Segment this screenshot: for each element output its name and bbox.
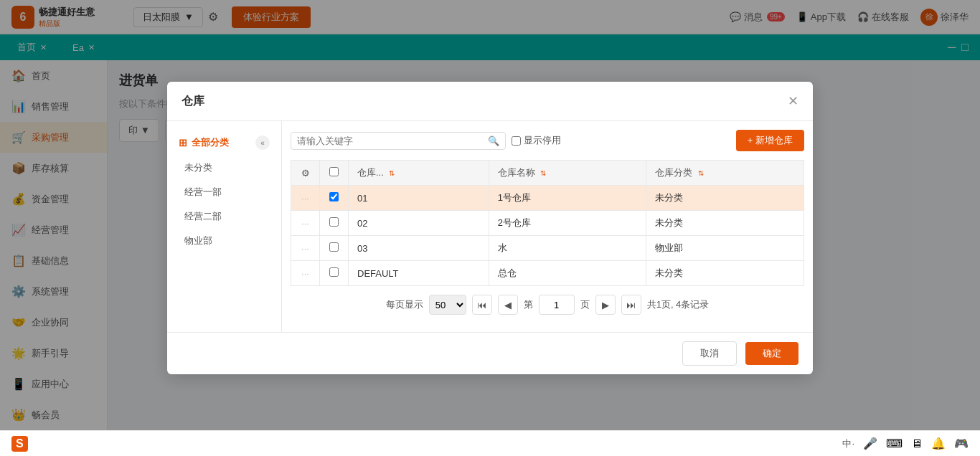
row-checkbox[interactable] bbox=[320, 186, 349, 211]
total-info: 共1页, 4条记录 bbox=[647, 298, 710, 311]
row-category: 未分类 bbox=[646, 261, 804, 286]
table-row[interactable]: ··· DEFAULT 总仓 未分类 bbox=[291, 261, 804, 286]
first-page-button[interactable]: ⏮ bbox=[472, 295, 492, 315]
row-name: 2号仓库 bbox=[489, 211, 646, 236]
category-unclassified[interactable]: 未分类 bbox=[167, 156, 281, 180]
category-all[interactable]: ⊞ 全部分类 « bbox=[167, 130, 281, 156]
category-property[interactable]: 物业部 bbox=[167, 229, 281, 253]
warehouse-table-wrap: ⚙ 仓库... ⇅ 仓库名称 ⇅ bbox=[291, 160, 804, 286]
warehouse-modal: 仓库 ✕ ⊞ 全部分类 « 未分类 经营一部 经营二部 物业部 bbox=[167, 82, 813, 374]
row-category: 未分类 bbox=[646, 186, 804, 211]
per-page-select[interactable]: 50 100 200 bbox=[429, 295, 466, 315]
th-name[interactable]: 仓库名称 ⇅ bbox=[489, 161, 646, 186]
add-warehouse-button[interactable]: + 新增仓库 bbox=[736, 130, 804, 151]
row-select-checkbox[interactable] bbox=[329, 217, 339, 227]
category-dept2[interactable]: 经营二部 bbox=[167, 204, 281, 229]
taskbar-game-icon[interactable]: 🎮 bbox=[954, 437, 969, 450]
taskbar-keyboard-icon[interactable]: ⌨ bbox=[886, 437, 903, 450]
row-index: 03 bbox=[349, 236, 489, 261]
row-checkbox[interactable] bbox=[320, 211, 349, 236]
taskbar-bell-icon[interactable]: 🔔 bbox=[931, 437, 946, 450]
taskbar: S 中· 🎤 ⌨ 🖥 🔔 🎮 bbox=[0, 430, 980, 456]
prev-page-button[interactable]: ◀ bbox=[498, 295, 518, 315]
row-checkbox[interactable] bbox=[320, 261, 349, 286]
modal-toolbar: 🔍 显示停用 + 新增仓库 bbox=[291, 130, 804, 151]
modal-header: 仓库 ✕ bbox=[167, 82, 813, 121]
warehouse-table: ⚙ 仓库... ⇅ 仓库名称 ⇅ bbox=[291, 160, 804, 286]
row-category: 未分类 bbox=[646, 211, 804, 236]
row-name: 水 bbox=[489, 236, 646, 261]
search-input[interactable] bbox=[297, 136, 485, 146]
show-disabled-checkbox[interactable] bbox=[512, 136, 521, 146]
row-index: 02 bbox=[349, 211, 489, 236]
sort-code-icon: ⇅ bbox=[389, 169, 395, 177]
taskbar-logo: S bbox=[11, 436, 28, 452]
taskbar-monitor-icon[interactable]: 🖥 bbox=[911, 437, 923, 450]
search-icon: 🔍 bbox=[488, 136, 499, 146]
table-row[interactable]: ··· 01 1号仓库 未分类 bbox=[291, 186, 804, 211]
pagination: 每页显示 50 100 200 ⏮ ◀ 第 页 ▶ ⏭ 共1页, 4条记录 bbox=[291, 286, 804, 323]
taskbar-zh-label[interactable]: 中· bbox=[842, 437, 854, 450]
modal-title: 仓库 bbox=[182, 94, 204, 109]
grid-icon: ⊞ bbox=[179, 137, 187, 148]
row-index: 01 bbox=[349, 186, 489, 211]
next-page-button[interactable]: ▶ bbox=[595, 295, 616, 315]
collapse-button[interactable]: « bbox=[255, 136, 270, 150]
th-checkbox bbox=[320, 161, 349, 186]
modal-footer: 取消 确定 bbox=[167, 332, 813, 374]
category-all-label: 全部分类 bbox=[192, 136, 229, 149]
page-suffix: 页 bbox=[580, 298, 590, 311]
row-dots[interactable]: ··· bbox=[291, 236, 320, 261]
page-number-input[interactable] bbox=[539, 295, 575, 315]
cancel-button[interactable]: 取消 bbox=[682, 341, 737, 366]
category-dept1[interactable]: 经营一部 bbox=[167, 180, 281, 204]
table-row[interactable]: ··· 03 水 物业部 bbox=[291, 236, 804, 261]
modal-close-button[interactable]: ✕ bbox=[788, 93, 798, 109]
th-code[interactable]: 仓库... ⇅ bbox=[349, 161, 489, 186]
taskbar-mic-icon[interactable]: 🎤 bbox=[863, 437, 877, 450]
modal-body: ⊞ 全部分类 « 未分类 经营一部 经营二部 物业部 🔍 bbox=[167, 121, 813, 332]
taskbar-s-logo: S bbox=[11, 436, 28, 452]
confirm-button[interactable]: 确定 bbox=[745, 342, 798, 365]
row-dots[interactable]: ··· bbox=[291, 186, 320, 211]
th-code-label: 仓库... bbox=[357, 167, 384, 178]
per-page-label: 每页显示 bbox=[386, 298, 423, 311]
row-name: 总仓 bbox=[489, 261, 646, 286]
row-category: 物业部 bbox=[646, 236, 804, 261]
last-page-button[interactable]: ⏭ bbox=[621, 295, 641, 315]
sort-name-icon: ⇅ bbox=[540, 169, 546, 177]
select-all-checkbox[interactable] bbox=[329, 167, 339, 176]
show-disabled-label[interactable]: 显示停用 bbox=[512, 134, 561, 147]
sort-category-icon: ⇅ bbox=[698, 169, 704, 177]
th-name-label: 仓库名称 bbox=[498, 167, 535, 178]
row-select-checkbox[interactable] bbox=[329, 267, 339, 277]
row-index: DEFAULT bbox=[349, 261, 489, 286]
table-row[interactable]: ··· 02 2号仓库 未分类 bbox=[291, 211, 804, 236]
row-name: 1号仓库 bbox=[489, 186, 646, 211]
modal-main: 🔍 显示停用 + 新增仓库 ⚙ bbox=[282, 121, 813, 332]
th-category-label: 仓库分类 bbox=[655, 167, 692, 178]
category-sidebar: ⊞ 全部分类 « 未分类 经营一部 经营二部 物业部 bbox=[167, 121, 282, 332]
show-disabled-text: 显示停用 bbox=[524, 134, 561, 147]
row-select-checkbox[interactable] bbox=[329, 192, 339, 201]
th-category[interactable]: 仓库分类 ⇅ bbox=[646, 161, 804, 186]
row-checkbox[interactable] bbox=[320, 236, 349, 261]
th-settings: ⚙ bbox=[291, 161, 320, 186]
modal-overlay[interactable]: 仓库 ✕ ⊞ 全部分类 « 未分类 经营一部 经营二部 物业部 bbox=[0, 0, 980, 456]
page-label: 第 bbox=[524, 298, 533, 311]
row-select-checkbox[interactable] bbox=[329, 242, 339, 252]
search-input-wrap: 🔍 bbox=[291, 132, 506, 150]
row-dots[interactable]: ··· bbox=[291, 261, 320, 286]
row-dots[interactable]: ··· bbox=[291, 211, 320, 236]
